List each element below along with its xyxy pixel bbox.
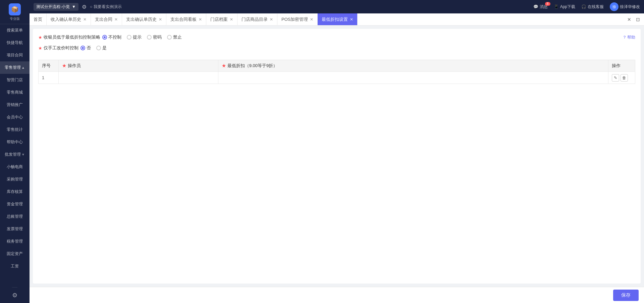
col-header-action: 操作 xyxy=(608,60,635,72)
chevron-icon: ▲ xyxy=(21,66,25,69)
tab-expand-action[interactable]: ⊡ xyxy=(635,16,641,23)
sidebar-item-salary[interactable]: 工资 xyxy=(0,260,30,272)
tab-income-confirm[interactable]: 收入确认单历史 ✕ xyxy=(47,13,91,26)
sidebar-item-help[interactable]: 帮助中心 xyxy=(0,136,30,148)
sidebar-item-inventory[interactable]: 库存核算 xyxy=(0,186,30,198)
user-profile-btn[interactable]: 徐 徐泽华修改 xyxy=(610,2,640,11)
tab-store-catalog[interactable]: 门店商品目录 ✕ xyxy=(237,13,277,26)
tabs-actions: ✕ ⊡ xyxy=(623,16,644,23)
app-download-btn[interactable]: 📱 App下载 xyxy=(554,4,575,10)
sidebar-item-stats[interactable]: 零售统计 xyxy=(0,123,30,136)
row-edit-btn[interactable]: ✎ xyxy=(612,74,619,82)
sidebar-item-tax[interactable]: 税务管理 xyxy=(0,235,30,248)
radio-remind[interactable]: 提示 xyxy=(127,34,142,40)
sidebar-bottom: ⚙ xyxy=(12,287,17,303)
sidebar-item-label: 帮助中心 xyxy=(7,139,23,145)
sidebar-item-search[interactable]: 搜索菜单 xyxy=(0,24,30,37)
cell-action: ✎ 🗑 xyxy=(608,72,635,84)
radio-no-control-circle xyxy=(102,35,107,40)
sidebar-logo: 📦 专业版 xyxy=(0,0,30,24)
tab-store-archive[interactable]: 门店档案 ✕ xyxy=(206,13,237,26)
sidebar-item-finance[interactable]: 资金管理 xyxy=(0,198,30,210)
tab-home[interactable]: 首页 xyxy=(30,13,47,26)
help-icon: ？ xyxy=(623,35,627,40)
sidebar-item-retail[interactable]: 零售管理▲ xyxy=(0,61,30,74)
sidebar-item-smart[interactable]: 智营门店 xyxy=(0,74,30,86)
project-selector[interactable]: 测试分开流程-小觉 ▼ xyxy=(34,3,78,11)
sidebar-item-purchase[interactable]: 采购管理 xyxy=(0,173,30,186)
customer-service-label: 在线客服 xyxy=(588,4,604,10)
tab-close-action[interactable]: ✕ xyxy=(626,16,633,23)
tab-min-discount-label: 最低折扣设置 xyxy=(322,16,348,22)
radio-password-label: 密码 xyxy=(153,34,162,40)
sidebar-item-assets[interactable]: 固定资产 xyxy=(0,248,30,260)
sidebar-item-quicknav[interactable]: 快捷导航 xyxy=(0,37,30,49)
sidebar-item-mall[interactable]: 零售商城 xyxy=(0,86,30,99)
sidebar-menu: 搜索菜单快捷导航项目合同零售管理▲智营门店零售商城营销推广会员中心零售统计帮助中… xyxy=(0,24,30,287)
tab-home-label: 首页 xyxy=(34,16,42,22)
discount-policy-row: ★ 收银员低于最低折扣控制策略 不控制 提示 密码 xyxy=(38,34,635,40)
tab-payment-contract[interactable]: 支出合同 ✕ xyxy=(91,13,122,26)
help-link[interactable]: ？ 帮助 xyxy=(623,35,635,40)
table-row: 1 ✎ 🗑 xyxy=(39,72,635,84)
tab-pos-password-close[interactable]: ✕ xyxy=(310,17,313,22)
tab-payment-board[interactable]: 支出合同看板 ✕ xyxy=(166,13,206,26)
tab-income-confirm-label: 收入确认单历史 xyxy=(51,16,81,22)
sidebar-item-project[interactable]: 项目合同 xyxy=(0,49,30,61)
tab-income-confirm-close[interactable]: ✕ xyxy=(83,17,87,22)
tab-payment-contract-close[interactable]: ✕ xyxy=(114,17,118,22)
tab-payment-contract-label: 支出合同 xyxy=(95,16,112,22)
table-header-row: 序号 ★ 操作员 ★ 最低折扣（9.00等于9折） 操作 xyxy=(39,60,635,72)
manual-control-options: 否 是 xyxy=(80,45,107,51)
message-btn[interactable]: 💬 消息 8 xyxy=(533,4,548,10)
demo-link[interactable]: ○ 我要看实例演示 xyxy=(90,4,122,10)
radio-yes[interactable]: 是 xyxy=(96,45,107,51)
cell-operator[interactable] xyxy=(59,72,218,84)
radio-no-control[interactable]: 不控制 xyxy=(102,34,121,40)
sidebar-item-label: 零售管理 xyxy=(5,65,21,70)
sidebar-item-wholesale[interactable]: 批发管理▼ xyxy=(0,148,30,161)
tab-min-discount[interactable]: 最低折扣设置 ✕ xyxy=(318,13,358,26)
footer: 保存 xyxy=(30,287,644,303)
sidebar-item-label: 固定资产 xyxy=(7,251,23,257)
radio-password[interactable]: 密码 xyxy=(147,34,162,40)
tab-min-discount-close[interactable]: ✕ xyxy=(350,17,353,22)
sidebar-item-label: 批发管理 xyxy=(5,152,21,157)
gear-icon[interactable]: ⚙ xyxy=(12,292,17,299)
row-action-btns: ✎ 🗑 xyxy=(612,74,632,82)
demo-icon: ○ xyxy=(90,4,92,9)
radio-no[interactable]: 否 xyxy=(80,45,91,51)
tab-store-archive-close[interactable]: ✕ xyxy=(230,17,233,22)
table-header: 序号 ★ 操作员 ★ 最低折扣（9.00等于9折） 操作 xyxy=(39,60,635,72)
sidebar-item-ledger[interactable]: 总账管理 xyxy=(0,210,30,223)
logo-icon: 📦 xyxy=(9,3,21,15)
radio-no-label: 否 xyxy=(87,45,91,51)
sidebar-item-ecommerce[interactable]: 小畅电商 xyxy=(0,161,30,173)
sidebar-item-label: 采购管理 xyxy=(7,176,23,182)
save-button[interactable]: 保存 xyxy=(613,290,639,301)
tab-payment-confirm-close[interactable]: ✕ xyxy=(159,17,162,22)
settings-icon[interactable]: ⚙ xyxy=(82,4,87,10)
sidebar-item-marketing[interactable]: 营销推广 xyxy=(0,99,30,111)
radio-forbid[interactable]: 禁止 xyxy=(167,34,182,40)
tab-payment-board-close[interactable]: ✕ xyxy=(199,17,202,22)
logo-text: 专业版 xyxy=(10,16,20,21)
sidebar: 📦 专业版 搜索菜单快捷导航项目合同零售管理▲智营门店零售商城营销推广会员中心零… xyxy=(0,0,30,303)
col-header-operator: ★ 操作员 xyxy=(59,60,218,72)
sidebar-item-label: 智营门店 xyxy=(7,77,23,83)
customer-service-btn[interactable]: 🎧 在线客服 xyxy=(581,4,604,10)
tab-payment-board-label: 支出合同看板 xyxy=(170,16,197,22)
sidebar-item-label: 搜索菜单 xyxy=(7,28,23,33)
cell-discount[interactable] xyxy=(218,72,608,84)
tab-payment-confirm[interactable]: 支出确认单历史 ✕ xyxy=(122,13,166,26)
project-name: 测试分开流程-小觉 xyxy=(36,4,70,10)
sidebar-item-member[interactable]: 会员中心 xyxy=(0,111,30,123)
sidebar-item-invoice[interactable]: 发票管理 xyxy=(0,223,30,235)
row-delete-btn[interactable]: 🗑 xyxy=(621,74,628,82)
tab-pos-password[interactable]: POS加密管理 ✕ xyxy=(277,13,318,26)
radio-no-control-label: 不控制 xyxy=(108,34,121,40)
col-header-discount: ★ 最低折扣（9.00等于9折） xyxy=(218,60,608,72)
sidebar-item-label: 税务管理 xyxy=(7,239,23,244)
tab-store-catalog-close[interactable]: ✕ xyxy=(270,17,273,22)
discount-table: 序号 ★ 操作员 ★ 最低折扣（9.00等于9折） 操作 1 xyxy=(38,60,635,84)
